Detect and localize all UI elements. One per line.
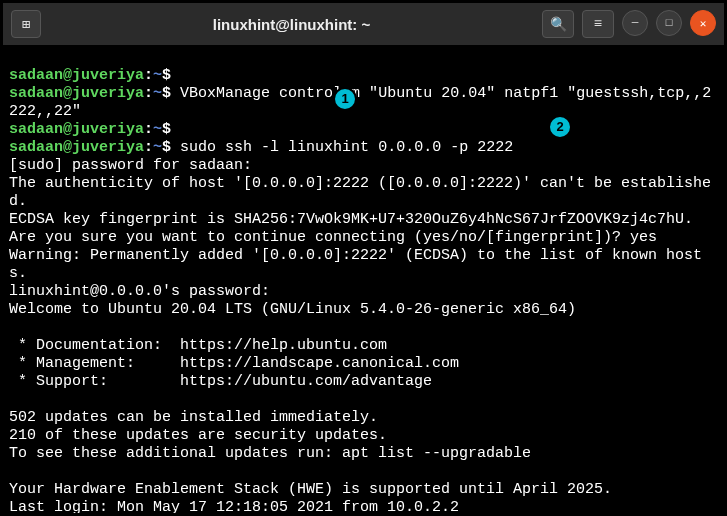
close-icon: ✕ [700, 17, 707, 30]
search-button[interactable]: 🔍 [542, 10, 574, 38]
annotation-badge-1: 1 [333, 87, 357, 111]
prompt-dollar: $ [162, 85, 171, 102]
output-line: Your Hardware Enablement Stack (HWE) is … [9, 481, 612, 498]
output-line: Warning: Permanently added '[0.0.0.0]:22… [9, 247, 702, 282]
prompt-path: ~ [153, 85, 162, 102]
prompt-user: sadaan@juveriya [9, 85, 144, 102]
prompt-user: sadaan@juveriya [9, 139, 144, 156]
terminal-body[interactable]: sadaan@juveriya:~$ sadaan@juveriya:~$ VB… [3, 45, 724, 513]
prompt-path: ~ [153, 67, 162, 84]
new-tab-button[interactable]: ⊞ [11, 10, 41, 38]
output-line: 502 updates can be installed immediately… [9, 409, 378, 426]
prompt-dollar: $ [162, 121, 171, 138]
maximize-button[interactable]: □ [656, 10, 682, 36]
prompt-user: sadaan@juveriya [9, 67, 144, 84]
menu-icon: ≡ [594, 16, 602, 32]
titlebar-right: 🔍 ≡ ─ □ ✕ [542, 10, 716, 38]
output-line: The authenticity of host '[0.0.0.0]:2222… [9, 175, 711, 210]
search-icon: 🔍 [550, 16, 567, 33]
prompt-sep: : [144, 67, 153, 84]
output-line: * Documentation: https://help.ubuntu.com [9, 337, 387, 354]
prompt-user: sadaan@juveriya [9, 121, 144, 138]
prompt-sep: : [144, 121, 153, 138]
annotation-badge-2: 2 [548, 115, 572, 139]
output-line: 210 of these updates are security update… [9, 427, 387, 444]
prompt-dollar: $ [162, 139, 171, 156]
prompt-sep: : [144, 85, 153, 102]
prompt-path: ~ [153, 139, 162, 156]
prompt-dollar: $ [162, 67, 171, 84]
maximize-icon: □ [666, 17, 673, 29]
output-line: ECDSA key fingerprint is SHA256:7VwOk9MK… [9, 211, 693, 228]
minimize-icon: ─ [632, 17, 639, 29]
output-line: [sudo] password for sadaan: [9, 157, 252, 174]
output-line: linuxhint@0.0.0.0's password: [9, 283, 270, 300]
terminal-window: ⊞ linuxhint@linuxhint: ~ 🔍 ≡ ─ □ ✕ sadaa… [3, 3, 724, 513]
new-tab-icon: ⊞ [22, 16, 30, 33]
minimize-button[interactable]: ─ [622, 10, 648, 36]
window-title: linuxhint@linuxhint: ~ [49, 16, 534, 33]
menu-button[interactable]: ≡ [582, 10, 614, 38]
titlebar: ⊞ linuxhint@linuxhint: ~ 🔍 ≡ ─ □ ✕ [3, 3, 724, 45]
output-line: Are you sure you want to continue connec… [9, 229, 657, 246]
output-line: Welcome to Ubuntu 20.04 LTS (GNU/Linux 5… [9, 301, 576, 318]
output-line: * Support: https://ubuntu.com/advantage [9, 373, 432, 390]
prompt-path: ~ [153, 121, 162, 138]
output-line: Last login: Mon May 17 12:18:05 2021 fro… [9, 499, 459, 513]
output-line: To see these additional updates run: apt… [9, 445, 531, 462]
prompt-sep: : [144, 139, 153, 156]
output-line: * Management: https://landscape.canonica… [9, 355, 459, 372]
command-2: sudo ssh -l linuxhint 0.0.0.0 -p 2222 [180, 139, 513, 156]
close-button[interactable]: ✕ [690, 10, 716, 36]
